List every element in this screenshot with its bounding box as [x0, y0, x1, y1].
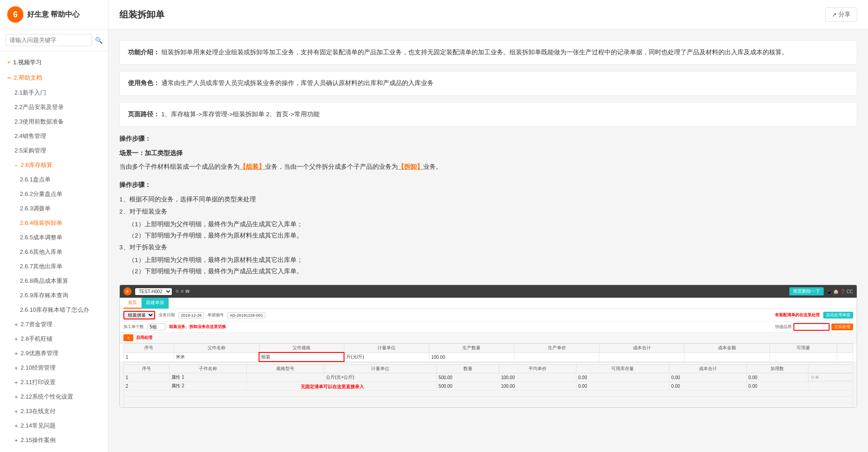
sidebar-item-label: 2.帮助文档: [14, 74, 42, 82]
sidebar-item-label: 2.9优惠券管理: [21, 349, 58, 357]
mock-right-controls: 快捷品用 立实处理: [775, 323, 853, 331]
step-3-sub-2: （2）下部明细为子件明细，最终作为产成品生成其它入库单。: [119, 266, 857, 277]
sidebar-item-help-210[interactable]: + 2.10经营管理: [0, 361, 108, 375]
sub-table-row: 2 属性 2 500.00 100.00 0.00 0.00 0.00: [124, 382, 853, 390]
sidebar-item-help-29[interactable]: + 2.9优惠券管理: [0, 346, 108, 361]
sidebar-item-help-28[interactable]: + 2.8手机旺铺: [0, 332, 108, 346]
page-title: 组装拆卸单: [119, 9, 165, 21]
sidebar-item-help-215[interactable]: + 2.15操作案例: [0, 433, 108, 447]
step-1: 1、根据不同的业务，选择不同单据的类型来处理: [119, 194, 857, 205]
expand-icon: +: [14, 350, 18, 357]
sidebar-item-help-262[interactable]: 2.6.2分量盘点单: [0, 187, 108, 201]
mock-num-input[interactable]: [147, 324, 165, 330]
sub-table-row-empty: [124, 397, 853, 403]
expand-icon: +: [7, 59, 10, 66]
mock-date-label: 业务日期: [159, 312, 175, 318]
sidebar-item-help-264[interactable]: 2.6.4组装拆卸单: [0, 216, 108, 230]
mock-order-val: AD-20191226-001: [227, 312, 265, 319]
step-2: 2、对于组装业务: [119, 206, 857, 218]
sidebar-item-help-212[interactable]: + 2.12系统个性化设置: [0, 390, 108, 404]
sidebar-item-help-263[interactable]: 2.6.3调拨单: [0, 201, 108, 216]
sidebar-item-label: 1.视频学习: [13, 58, 42, 67]
search-icon[interactable]: 🔍: [95, 37, 103, 44]
mock-form-header: 组装拼装 业务日期 2019-12-26 单据编号 AD-20191226-00…: [120, 309, 857, 322]
sidebar-item-help-25[interactable]: 2.5采购管理: [0, 143, 108, 158]
sidebar-item-help-24[interactable]: 2.4销售管理: [0, 129, 108, 143]
sidebar-item-help-267[interactable]: 2.6.7其他出库单: [0, 259, 108, 274]
sidebar-item-label: 2.11打印设置: [21, 378, 56, 386]
sidebar-item-label: 2.6.6其他入库单: [20, 248, 62, 255]
step-3-sub-1: （1）上部明细为父件明细，最终作为原材料生成其它出库单；: [119, 254, 857, 266]
sub-table-row-empty: [124, 390, 853, 397]
mock-logo: 6: [123, 287, 132, 295]
expand-icon: +: [14, 408, 18, 415]
mock-preset-btn[interactable]: 预置删除一下: [789, 287, 824, 295]
mock-order-label: 单据编号: [208, 312, 224, 318]
step-2-sub-2: （2）下部明细为子件明细，最终作为原材料生成其它出库单。: [119, 230, 857, 242]
mock-process-btn[interactable]: 选花处理单据: [823, 312, 853, 319]
main-header: 组装拆卸单 ↗ 分享: [108, 0, 868, 29]
sidebar-item-help-22[interactable]: 2.2产品安装及登录: [0, 100, 108, 114]
sidebar-item-label: 2.6.1盘点单: [20, 176, 51, 183]
feature-intro-label: 功能介绍：: [128, 49, 160, 56]
expand-icon: +: [14, 336, 18, 343]
sidebar-item-help-21[interactable]: 2.1新手入门: [0, 86, 108, 100]
sidebar-item-help-213[interactable]: + 2.13在线支付: [0, 404, 108, 419]
mock-store-select[interactable]: TEST-H002: [135, 288, 172, 295]
mock-quick-input[interactable]: [793, 323, 830, 331]
sidebar-item-label: 2.14常见问题: [21, 422, 56, 430]
sidebar-item-help-265[interactable]: 2.6.5成本调整单: [0, 230, 108, 245]
mock-toolbar: + 启用处理: [120, 333, 857, 343]
ops-section-title: 操作步骤：: [119, 135, 857, 143]
sub-col-action: [808, 365, 853, 373]
sidebar-item-help-23[interactable]: 2.3使用前数据准备: [0, 114, 108, 129]
mock-table-area: 序号 父件名称 父件规格 计量单位 生产数量 生产单价 成本合计 成本金额 可用…: [120, 343, 857, 362]
sidebar-item-help-266[interactable]: 2.6.6其他入库单: [0, 245, 108, 259]
chaichuo-link[interactable]: 【拆卸】: [398, 163, 423, 170]
sidebar-item-help-27[interactable]: + 2.7资金管理: [0, 317, 108, 332]
expand-icon: +: [14, 423, 18, 429]
sidebar-item-label: 2.2产品安装及登录: [14, 103, 64, 111]
mock-tab-home[interactable]: 首页: [123, 298, 142, 309]
sidebar-item-help-211[interactable]: + 2.11打印设置: [0, 375, 108, 390]
sidebar-item-help[interactable]: − 2.帮助文档: [0, 70, 108, 86]
sidebar-item-help-26[interactable]: − 2.6库存核算: [0, 158, 108, 172]
cell-ops: [837, 352, 853, 362]
sub-table-row-empty: [124, 403, 853, 408]
cell-avail: [769, 352, 837, 362]
mock-sub-table: 序号 子件名称 规格型号 计量单位 数量 平均单价 可用库存量 成本合计 加用数: [123, 364, 853, 407]
sidebar-item-label: 2.13在线支付: [21, 407, 56, 415]
mock-tab-new[interactable]: 新建单据: [142, 298, 169, 309]
sidebar-item-help-268[interactable]: 2.6.8商品成本重算: [0, 274, 108, 288]
expand-icon: +: [14, 379, 18, 386]
sidebar-item-label: 2.7资金管理: [21, 320, 52, 328]
cell-ctotal: [599, 352, 684, 362]
search-input[interactable]: [5, 34, 92, 46]
collapse-icon: −: [14, 162, 18, 169]
scenario1-title: 场景一：加工类型选择: [119, 149, 857, 157]
mock-confirm-btn[interactable]: 立实处理: [831, 324, 853, 330]
mock-topbar: 6 TEST-H002 ⚙ ⚙ ☎ 预置删除一下 📱 🏠 ❓ CC: [120, 285, 857, 298]
page-path-box: 页面路径： 1、库存核算->库存管理->组装拆卸单 2、首页->常用功能: [119, 102, 857, 127]
sidebar-nav: + 1.视频学习 − 2.帮助文档 2.1新手入门 2.2产品安装及登录 2.3…: [0, 51, 108, 452]
mock-type-select[interactable]: 组装拼装: [123, 311, 155, 319]
expand-icon: +: [14, 321, 18, 328]
mock-quick-label: 快捷品用: [775, 324, 792, 330]
share-button[interactable]: ↗ 分享: [825, 7, 857, 22]
sidebar-item-help-214[interactable]: + 2.14常见问题: [0, 419, 108, 433]
sidebar-item-video[interactable]: + 1.视频学习: [0, 55, 108, 70]
sidebar-item-label: 2.4销售管理: [14, 132, 46, 140]
step-3: 3、对于拆装业务: [119, 242, 857, 253]
mock-date-val: 2019-12-26: [179, 312, 204, 319]
mock-save-icon[interactable]: +: [123, 334, 133, 341]
sidebar-item-help-269[interactable]: 2.6.9库存账本查询: [0, 288, 108, 303]
mock-annotation-enable: 启用处理: [136, 335, 152, 341]
sidebar-item-help-261[interactable]: 2.6.1盘点单: [0, 172, 108, 187]
sidebar-item-label: 2.3使用前数据准备: [14, 118, 64, 126]
col-parent-name: 父件名称: [174, 344, 259, 353]
sidebar-item-label: 2.12系统个性化设置: [21, 393, 73, 401]
scenario1-desc: 当由多个子件材料组装成一个成品的业务为【组装】业务，当由一个父件拆分成多个子产品…: [119, 161, 857, 173]
zuangzhang-link[interactable]: 【组装】: [240, 163, 265, 170]
sidebar-item-label: 2.6.2分量盘点单: [20, 190, 62, 197]
sidebar-item-help-2610[interactable]: 2.6.10库存账本错了怎么办: [0, 303, 108, 317]
